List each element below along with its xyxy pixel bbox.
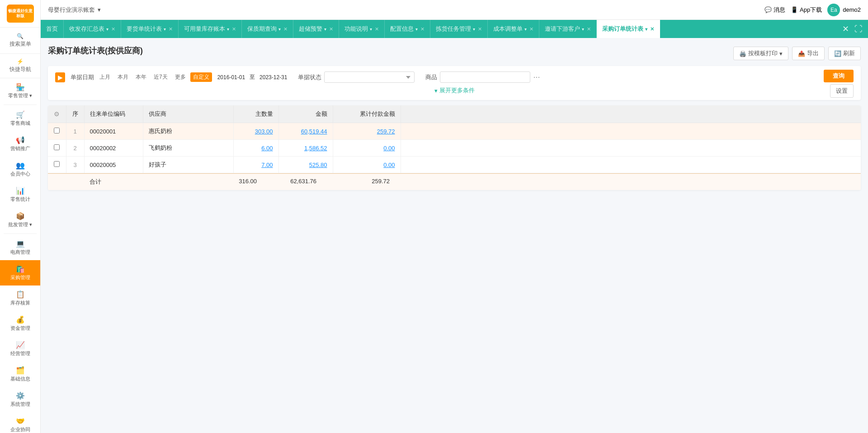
sidebar-item-purchase-mgmt[interactable]: 🛍️ 采购管理 [0,260,40,285]
this-month-btn[interactable]: 本月 [115,72,131,82]
refresh-label: 刷新 [843,49,855,57]
tab-config-info[interactable]: 配置信息▾✕ [385,20,430,38]
tab-available-stock[interactable]: 可用量库存账本▾✕ [179,20,242,38]
maximize-button[interactable]: ⛶ [853,23,864,36]
settings-button[interactable]: 设置 [830,84,854,98]
account-selector[interactable]: 母婴行业演示账套 ▾ [48,6,101,14]
message-button[interactable]: 💬 消息 [764,6,785,14]
query-button[interactable]: 查询 [824,70,854,82]
sidebar-divider [4,105,37,105]
table-row: 2 00020002 飞鹤奶粉 6.00 1,586.52 0.00 [48,140,861,157]
sidebar-item-ecom-mgmt[interactable]: 💻 电商管理 [0,235,40,260]
more-options-icon[interactable]: ··· [533,72,540,82]
close-tab-button[interactable]: ✕ [840,22,851,36]
sidebar-items: 🏪 零售管理 ▾ 🛒 零售商城 📢 营销推广 👥 会员中心 📊 零售统计 📦 批… [0,78,40,433]
template-print-button[interactable]: 🖨️ 按模板打印 ▾ [733,47,788,60]
ecom-mgmt-label: 电商管理 [10,249,30,256]
tab-invite-downstream[interactable]: 邀请下游客户▾✕ [539,20,597,38]
table-settings-icon[interactable]: ⚙ [54,110,60,118]
page-content: 采购订单统计表(按供应商) 🖨️ 按模板打印 ▾ 📤 导出 🔄 刷新 [41,38,868,433]
tab-close-expiry-query[interactable]: ✕ [283,26,288,32]
sidebar-item-marketing[interactable]: 📢 营销推广 [0,131,40,157]
unit-code-1: 00020001 [84,123,143,140]
supplier-1: 惠氏奶粉 [143,123,233,140]
tab-task-mgmt[interactable]: 拣货任务管理▾✕ [430,20,488,38]
chevron-down-icon: ▾ [434,87,438,94]
row-checkbox-2[interactable] [48,140,66,157]
this-year-btn[interactable]: 本年 [133,72,149,82]
row-checkbox-3[interactable] [48,157,66,173]
last-7days-btn[interactable]: 近7天 [151,72,170,82]
sidebar-item-member[interactable]: 👥 会员中心 [0,157,40,182]
user-profile[interactable]: Ea demo2 [827,4,861,16]
tab-close-invite-downstream[interactable]: ✕ [587,26,591,32]
quick-nav-icon: ⚡ [17,58,24,65]
amount-2[interactable]: 1,586.52 [278,140,333,157]
sidebar-item-retail-shop[interactable]: 🛒 零售商城 [0,106,40,131]
refresh-button[interactable]: 🔄 刷新 [828,47,861,60]
tab-close-overstock-warning[interactable]: ✕ [329,26,333,32]
paid-2[interactable]: 0.00 [333,140,401,157]
tab-close-available-stock[interactable]: ✕ [232,26,236,32]
paid-1[interactable]: 259.72 [333,123,401,140]
tab-func-desc[interactable]: 功能说明▾✕ [339,20,385,38]
sidebar-item-sys-mgmt[interactable]: ⚙️ 系统管理 [0,387,40,412]
search-menu-button[interactable]: 🔍 搜索菜单 [3,31,38,50]
sidebar-item-retail-stats[interactable]: 📊 零售统计 [0,182,40,207]
goods-input[interactable] [440,71,530,83]
quick-nav-button[interactable]: ⚡ 快捷导航 [0,56,40,76]
row-checkbox-1[interactable] [48,123,66,140]
tab-close-receive-summary[interactable]: ✕ [111,26,115,32]
row-select-checkbox-3[interactable] [54,161,60,167]
sidebar-item-retail-mgmt[interactable]: 🏪 零售管理 ▾ [0,78,40,104]
qty-1[interactable]: 303.00 [233,123,278,140]
sidebar-item-stock-check[interactable]: 📋 库存核算 [0,285,40,311]
sidebar-item-batch-mgmt[interactable]: 📦 批发管理 ▾ [0,207,40,233]
tab-overstock-warning[interactable]: 超储预警▾✕ [293,20,339,38]
top-header: 母婴行业演示账套 ▾ 💬 消息 📱 App下载 Ea demo2 [41,0,868,20]
status-select[interactable] [324,71,415,83]
last-month-btn[interactable]: 上月 [97,72,113,82]
app-download-button[interactable]: 📱 App下载 [791,6,822,14]
sidebar-item-finance[interactable]: 💰 资金管理 [0,311,40,336]
ops-mgmt-icon: 📈 [16,341,25,349]
row-select-checkbox-2[interactable] [54,144,60,150]
date-from: 2016-01-01 [217,74,245,81]
tab-home[interactable]: 首页 [41,20,64,38]
filter-toggle-button[interactable]: ▶ [55,72,65,82]
retail-mgmt-icon: 🏪 [16,83,25,91]
tab-close-config-info[interactable]: ✕ [420,26,425,32]
tab-close-task-mgmt[interactable]: ✕ [478,26,482,32]
export-button[interactable]: 📤 导出 [792,47,825,60]
goods-label: 商品 [425,73,437,81]
more-date-btn[interactable]: 更多 [172,72,189,82]
tab-order-summary[interactable]: 要货单统计表▾✕ [121,20,179,38]
export-icon: 📤 [798,50,805,57]
amount-1[interactable]: 60,519.44 [278,123,333,140]
tab-receive-summary[interactable]: 收发存汇总表▾✕ [64,20,121,38]
purchase-mgmt-icon: 🛍️ [16,265,25,273]
stock-check-label: 库存核算 [10,300,30,306]
row-num-3: 3 [66,157,84,173]
qty-3[interactable]: 7.00 [233,157,278,173]
tab-close-cost-adjust[interactable]: ✕ [529,26,533,32]
row-select-checkbox-1[interactable] [54,128,60,133]
paid-3[interactable]: 0.00 [333,157,401,173]
expand-more-button[interactable]: ▾ 展开更多条件 [434,86,475,95]
tab-cost-adjust[interactable]: 成本调整单▾✕ [488,20,539,38]
sidebar-item-basic-info[interactable]: 🗂️ 基础信息 [0,362,40,387]
col-supplier: 供应商 [143,105,233,123]
sidebar-item-ops-mgmt[interactable]: 📈 经营管理 [0,336,40,362]
page-title: 采购订单统计表(按供应商) [48,45,143,56]
tab-close-order-summary[interactable]: ✕ [169,26,173,32]
sidebar-item-enterprise[interactable]: 🤝 企业协同 [0,412,40,433]
tab-close-purchase-order-summary[interactable]: ✕ [650,26,654,32]
member-label: 会员中心 [10,171,30,177]
custom-date-btn[interactable]: 自定义 [190,72,212,82]
tab-close-func-desc[interactable]: ✕ [375,26,379,32]
footer-label: 合计 [90,178,212,186]
qty-2[interactable]: 6.00 [233,140,278,157]
tab-purchase-order-summary[interactable]: 采购订单统计表▾✕ [597,20,660,38]
amount-3[interactable]: 525.80 [278,157,333,173]
tab-expiry-query[interactable]: 保质期查询▾✕ [242,20,293,38]
